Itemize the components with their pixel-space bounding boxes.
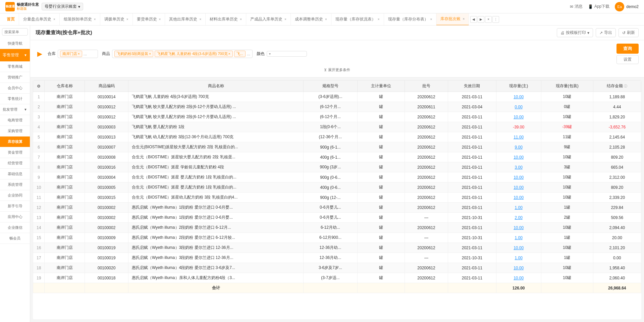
tab-scroll-left[interactable]: ◀ <box>470 16 477 23</box>
row-qty-main[interactable]: 1.00 <box>496 233 541 243</box>
tab-4-close[interactable]: × <box>159 17 161 21</box>
filter-expand-button[interactable]: ▶ <box>36 50 44 58</box>
search-input[interactable] <box>2 28 28 36</box>
sidebar-item-ecommerce[interactable]: 电商管理 <box>0 115 30 126</box>
app-download-button[interactable]: 📱 App下载 <box>588 4 609 9</box>
row-qty-main[interactable]: 10.00 <box>496 263 541 273</box>
sidebar-item-basic-info[interactable]: 基础信息 <box>0 169 30 179</box>
product-tag-2-text: 飞鹤星飞帆 儿童奶粉 4段(3-6岁适用) 700克 <box>157 51 228 56</box>
tab-1-close[interactable]: × <box>53 17 55 21</box>
refresh-button[interactable]: ↺ 刷新 <box>619 28 639 37</box>
row-qty-main[interactable]: 10.00 <box>496 243 541 253</box>
row-amount: 809.20 <box>593 152 641 162</box>
tab-5-close[interactable]: × <box>199 17 201 21</box>
row-qty-main[interactable]: 1.00 <box>496 203 541 213</box>
th-gear[interactable]: ⚙ <box>33 80 45 92</box>
tab-11-close[interactable]: × <box>463 17 465 21</box>
sidebar-item-quick-nav[interactable]: 快捷导航 <box>0 38 30 49</box>
nav-tabs: 首页 分量盘点单历史 × 组装拆卸单历史 × 调拨单历史 × 要货单历史 × 其… <box>0 13 644 25</box>
tab-10[interactable]: 现存量（库存分布表） × <box>384 13 437 25</box>
tab-9[interactable]: 现存量（库存状况表） × <box>331 13 384 25</box>
tab-1[interactable]: 分量盘点单历史 × <box>19 13 60 25</box>
row-qty-main[interactable]: 10.00 <box>496 172 541 182</box>
template-print-button[interactable]: 🖨 按模板打印 ▾ <box>557 28 593 37</box>
tab-6[interactable]: 材料出库单历史 × <box>206 13 246 25</box>
row-spec: (3-6岁适用)... <box>304 92 358 102</box>
row-expire: 2021-03-11 <box>448 263 496 273</box>
product-filter-more[interactable]: ... <box>247 52 250 56</box>
row-qty-main[interactable]: 10.00 <box>496 182 541 193</box>
sidebar-item-member[interactable]: 会员中心 <box>0 83 30 94</box>
sidebar-item-system[interactable]: 系统管理 <box>0 179 30 190</box>
tab-3-close[interactable]: × <box>126 17 128 21</box>
row-qty-main[interactable]: 10.00 <box>496 152 541 162</box>
product-tag-1-remove[interactable]: × <box>149 52 151 56</box>
product-tag-container[interactable]: 飞鹤奶粉3段两提装 × 飞鹤星飞帆 儿童奶粉 4段(3-6岁适用) 700克 ×… <box>112 50 253 58</box>
tab-10-close[interactable]: × <box>430 17 432 21</box>
sidebar-item-wechat[interactable]: 企业微信 <box>0 222 30 233</box>
th-code: 商品编码 <box>85 80 128 92</box>
row-qty-main[interactable]: 10.00 <box>496 223 541 233</box>
total-row: 合计 126.00 26,968.64 <box>33 283 641 293</box>
tab-6-close[interactable]: × <box>240 17 242 21</box>
warehouse-tag-remove[interactable]: × <box>78 52 80 56</box>
message-button[interactable]: ✉ 消息 <box>570 4 583 9</box>
settings-button[interactable]: 设置 <box>616 55 639 64</box>
tab-9-close[interactable]: × <box>378 17 380 21</box>
sidebar-item-retail-mgmt[interactable]: 零售管理 ▼ <box>0 49 30 61</box>
tab-7[interactable]: 产成品入库单历史 × <box>246 13 291 25</box>
row-qty-main[interactable]: 10.00 <box>496 92 541 102</box>
sidebar-item-marketing[interactable]: 营销推广 <box>0 72 30 83</box>
user-area[interactable]: Ea demo2 <box>615 2 639 11</box>
sidebar-item-retail-stats[interactable]: 零售统计 <box>0 94 30 104</box>
tab-11[interactable]: 库存批次账 × <box>436 13 469 25</box>
sidebar-item-member2[interactable]: 畅会员 <box>0 233 30 244</box>
row-expire: 2021-03-11 <box>448 223 496 233</box>
row-qty-main[interactable]: 10.00 <box>496 273 541 283</box>
total-qty-main: 126.00 <box>496 283 541 293</box>
industry-selector[interactable]: 母婴行业演示账套 ▾ <box>42 3 83 10</box>
sidebar-item-collab[interactable]: 企业协同 <box>0 190 30 201</box>
warehouse-tag-container[interactable]: 南岸门店 × ... <box>58 50 98 58</box>
row-qty-main[interactable]: -39.00 <box>496 122 541 132</box>
row-qty-main[interactable]: 2.00 <box>496 213 541 223</box>
sidebar-item-guide[interactable]: 新手引导 <box>0 201 30 212</box>
tab-menu[interactable]: ⋮ <box>492 16 499 23</box>
row-qty-main[interactable]: 9.00 <box>496 142 541 152</box>
tab-7-close[interactable]: × <box>284 17 286 21</box>
sidebar-item-app-center[interactable]: 应用中心 <box>0 212 30 222</box>
tab-home[interactable]: 首页 <box>3 13 19 25</box>
tab-2-close[interactable]: × <box>94 17 96 21</box>
expand-more-button[interactable]: ⊻ 展开更多条件 <box>323 66 352 74</box>
sidebar-item-wholesale[interactable]: 批发管理 ▼ <box>0 104 30 115</box>
tab-5[interactable]: 其他出库单历史 × <box>165 13 206 25</box>
sidebar-item-inventory[interactable]: 库存核算 <box>0 137 30 147</box>
sidebar-item-finance[interactable]: 资金管理 <box>0 147 30 158</box>
query-button[interactable]: 查询 <box>616 44 639 54</box>
row-qty-main[interactable]: 11.00 <box>496 132 541 142</box>
sidebar-item-purchase[interactable]: 采购管理 <box>0 126 30 137</box>
row-qty-main[interactable]: 3.00 <box>496 162 541 172</box>
tab-scroll-right[interactable]: ▶ <box>478 16 484 23</box>
tab-8-close[interactable]: × <box>325 17 327 21</box>
row-qty-main[interactable]: 1.00 <box>496 253 541 263</box>
tab-2[interactable]: 组装拆卸单历史 × <box>60 13 100 25</box>
sidebar-item-retail-mall[interactable]: 零售商城 <box>0 61 30 72</box>
row-unit: 罐 <box>357 122 405 132</box>
warehouse-filter-more[interactable]: ... <box>84 52 87 56</box>
tab-4[interactable]: 要货单历史 × <box>133 13 165 25</box>
color-filter-dropdown[interactable]: ▾ <box>269 52 271 56</box>
export-button[interactable]: ↗ 导出 <box>596 28 616 37</box>
tab-3[interactable]: 调拨单历史 × <box>100 13 133 25</box>
tab-8[interactable]: 成本调整单历史 × <box>291 13 331 25</box>
sidebar-item-operations[interactable]: 经营管理 <box>0 158 30 169</box>
row-code: 00100005 <box>85 182 128 193</box>
color-filter-container[interactable]: ▾ <box>267 51 307 57</box>
product-tag-2-remove[interactable]: × <box>228 52 230 56</box>
row-qty-main[interactable]: 10.00 <box>496 112 541 122</box>
info-icon[interactable]: ⓘ <box>624 84 627 88</box>
warehouse-filter-label: 合库 <box>48 51 56 57</box>
row-qty-main[interactable]: 0.00 <box>496 102 541 112</box>
tab-close-all[interactable]: × <box>485 16 492 23</box>
row-qty-main[interactable]: 10.00 <box>496 193 541 203</box>
